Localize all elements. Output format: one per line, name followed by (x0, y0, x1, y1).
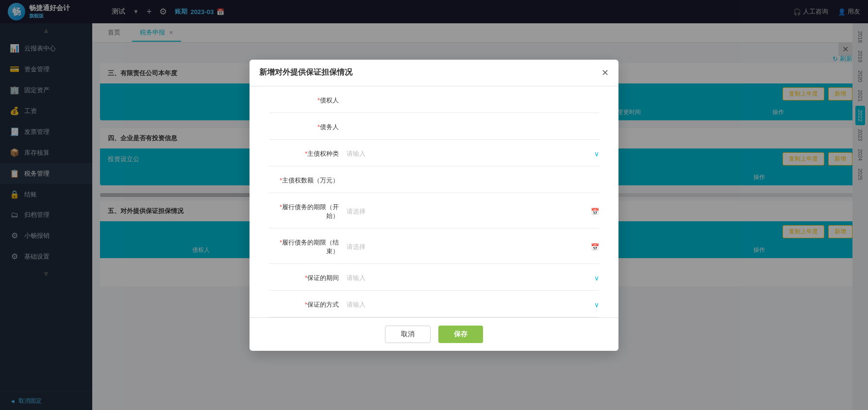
modal-overlay: 新增对外提供保证担保情况 ✕ *债权人*债务人*主债权种类 ∨ *主债权数额（万… (0, 0, 868, 410)
form-input-debt-amount[interactable] (347, 177, 599, 184)
modal-body: *债权人*债务人*主债权种类 ∨ *主债权数额（万元）*履行债务的期限（开始） … (250, 86, 618, 317)
modal-footer: 取消 保存 (250, 317, 618, 351)
form-label-guarantee-method: *保证的方式 (269, 300, 347, 309)
form-label-debtor: *债务人 (269, 123, 347, 131)
modal: 新增对外提供保证担保情况 ✕ *债权人*债务人*主债权种类 ∨ *主债权数额（万… (250, 60, 618, 351)
form-label-debt-amount: *主债权数额（万元） (269, 176, 347, 185)
save-button[interactable]: 保存 (438, 326, 483, 343)
form-row-debtor: *债务人 (269, 123, 599, 140)
form-input-guarantee-method[interactable] (347, 301, 594, 308)
form-input-guarantee-period[interactable] (347, 274, 594, 281)
chevron-down-icon: ∨ (594, 274, 599, 282)
form-row-creditor: *债权人 (269, 96, 599, 113)
form-datepicker-period-start[interactable]: 📅 (347, 208, 599, 215)
form-select-guarantee-method[interactable]: ∨ (347, 301, 599, 309)
form-select-guarantee-period[interactable]: ∨ (347, 274, 599, 282)
form-row-period-end: *履行债务的期限（结束） 📅 (269, 238, 599, 264)
calendar-icon[interactable]: 📅 (591, 208, 599, 215)
form-datepicker-period-end[interactable]: 📅 (347, 243, 599, 251)
form-input-debt-type[interactable] (347, 150, 594, 157)
cancel-button[interactable]: 取消 (385, 326, 431, 343)
form-input-creditor[interactable] (347, 97, 599, 104)
form-label-creditor: *债权人 (269, 96, 347, 105)
form-input-debtor[interactable] (347, 123, 599, 131)
form-row-guarantee-period: *保证的期间 ∨ (269, 274, 599, 291)
form-input-period-start[interactable] (347, 208, 591, 215)
form-row-debt-type: *主债权种类 ∨ (269, 149, 599, 166)
chevron-down-icon: ∨ (594, 150, 599, 158)
form-label-period-start: *履行债务的期限（开始） (269, 203, 347, 220)
form-row-guarantee-method: *保证的方式 ∨ (269, 300, 599, 317)
modal-close-btn[interactable]: ✕ (601, 67, 609, 78)
chevron-down-icon: ∨ (594, 301, 599, 309)
form-label-period-end: *履行债务的期限（结束） (269, 238, 347, 256)
calendar-icon[interactable]: 📅 (591, 243, 599, 251)
form-row-period-start: *履行债务的期限（开始） 📅 (269, 203, 599, 229)
form-input-period-end[interactable] (347, 243, 591, 250)
form-label-debt-type: *主债权种类 (269, 149, 347, 158)
modal-title: 新增对外提供保证担保情况 (259, 67, 352, 78)
form-select-debt-type[interactable]: ∨ (347, 150, 599, 158)
form-row-debt-amount: *主债权数额（万元） (269, 176, 599, 193)
form-label-guarantee-period: *保证的期间 (269, 274, 347, 282)
modal-header: 新增对外提供保证担保情况 ✕ (250, 60, 618, 86)
